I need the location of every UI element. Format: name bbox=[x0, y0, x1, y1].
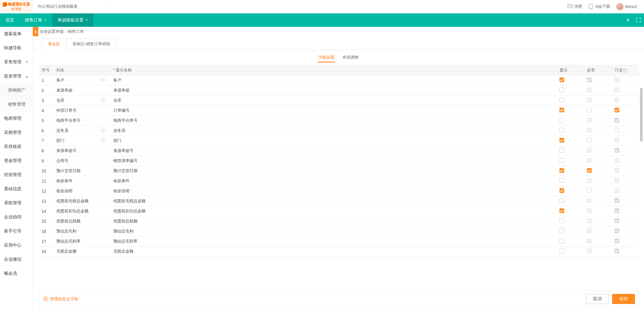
top-actions: 消息 App下载 demo2 bbox=[568, 3, 644, 10]
show-checkbox[interactable] bbox=[559, 128, 564, 133]
close-icon[interactable]: × bbox=[86, 18, 88, 22]
tab-strip: 首页销售订单×单据模板设置× ✕ bbox=[0, 13, 644, 27]
save-button[interactable]: 保存 bbox=[612, 294, 635, 304]
sidebar-item-4[interactable]: 营销推广 bbox=[0, 83, 33, 97]
tab-1[interactable]: 销售订单× bbox=[19, 13, 52, 27]
fullscreen-button[interactable] bbox=[633, 13, 644, 27]
show-checkbox[interactable] bbox=[559, 228, 564, 233]
show-checkbox[interactable] bbox=[559, 108, 564, 112]
cell-display[interactable]: 订单编号 bbox=[111, 106, 557, 116]
sidebar: 搜索菜单快捷导航零售管理▼批发管理▲营销推广销售管理电商管理采购管理库存核算资金… bbox=[0, 27, 33, 310]
cell-display[interactable]: 优惠前总税额 bbox=[111, 216, 557, 226]
section-tab-0[interactable]: 表头区 bbox=[42, 38, 66, 50]
cell-readonly bbox=[612, 126, 639, 136]
show-checkbox[interactable] bbox=[559, 148, 564, 153]
show-checkbox[interactable] bbox=[559, 198, 564, 203]
add-icon[interactable]: + bbox=[101, 138, 105, 143]
account-selector[interactable]: 办公用品行业模拟账套 ﹀ bbox=[33, 4, 118, 9]
cell-display[interactable]: 销货清单编号 bbox=[111, 156, 557, 166]
sidebar-item-13[interactable]: 企业协同 bbox=[0, 210, 33, 224]
sidebar-item-label: 资金管理 bbox=[4, 158, 21, 164]
sidebar-item-11[interactable]: 基础信息 bbox=[0, 182, 33, 196]
sidebar-item-label: 应用中心 bbox=[4, 242, 21, 248]
cell-display[interactable]: 优惠前折扣总金额 bbox=[111, 206, 557, 216]
cell-display[interactable]: 部门 bbox=[111, 136, 557, 146]
cell-display[interactable]: 仓库 bbox=[111, 96, 557, 106]
show-checkbox[interactable] bbox=[559, 178, 564, 183]
sidebar-item-2[interactable]: 零售管理▼ bbox=[0, 55, 33, 69]
vertical-scrollbar[interactable] bbox=[640, 88, 643, 286]
cell-name: 外部订单号 bbox=[54, 106, 111, 116]
show-checkbox[interactable] bbox=[559, 188, 564, 193]
readonly-checkbox[interactable] bbox=[614, 128, 619, 133]
sidebar-item-12[interactable]: 系统管理 bbox=[0, 196, 33, 210]
show-checkbox[interactable] bbox=[559, 239, 564, 243]
cell-display[interactable]: 无税总金额 bbox=[111, 247, 557, 257]
show-checkbox[interactable] bbox=[559, 88, 564, 92]
readonly-checkbox bbox=[614, 239, 619, 243]
show-checkbox[interactable] bbox=[559, 168, 564, 173]
cell-display[interactable]: 优惠前无税总金额 bbox=[111, 196, 557, 206]
show-checkbox[interactable] bbox=[559, 98, 564, 102]
show-checkbox[interactable] bbox=[559, 218, 564, 223]
cell-display[interactable]: 业务员 bbox=[111, 126, 557, 136]
sub-tab-0[interactable]: 字段设置 bbox=[318, 53, 335, 62]
sidebar-item-17[interactable]: 畅会员 bbox=[0, 266, 33, 280]
cell-name: 客户+ bbox=[54, 75, 111, 86]
messages-button[interactable]: 消息 bbox=[568, 4, 582, 9]
cell-show bbox=[557, 86, 584, 96]
user-menu[interactable]: demo2 bbox=[616, 3, 637, 10]
scrollbar-thumb[interactable] bbox=[640, 88, 643, 142]
show-checkbox[interactable] bbox=[559, 118, 564, 122]
show-checkbox[interactable] bbox=[559, 78, 564, 82]
collapse-handle[interactable]: ❯ bbox=[33, 27, 38, 36]
sidebar-item-8[interactable]: 库存核算 bbox=[0, 140, 33, 154]
cell-show bbox=[557, 186, 584, 196]
show-checkbox[interactable] bbox=[559, 208, 564, 213]
show-checkbox[interactable] bbox=[559, 249, 564, 253]
close-icon[interactable]: × bbox=[44, 18, 47, 22]
readonly-checkbox[interactable] bbox=[614, 108, 619, 112]
tab-close-all-button[interactable]: ✕ bbox=[623, 13, 633, 27]
required-checkbox[interactable] bbox=[587, 188, 592, 193]
cell-display[interactable]: 客户 bbox=[111, 75, 557, 86]
sidebar-item-7[interactable]: 采购管理 bbox=[0, 125, 33, 140]
cell-show bbox=[557, 116, 584, 126]
cell-display[interactable]: 电商平台单号 bbox=[111, 116, 557, 126]
cell-display[interactable]: 预计交货日期 bbox=[111, 166, 557, 176]
tab-0[interactable]: 首页 bbox=[0, 13, 19, 27]
cell-display[interactable]: 收款条件 bbox=[111, 176, 557, 186]
sidebar-item-14[interactable]: 新手引导 bbox=[0, 224, 33, 238]
sub-tab-1[interactable]: 布局调整 bbox=[342, 53, 359, 62]
sidebar-item-3[interactable]: 批发管理▲ bbox=[0, 69, 33, 83]
sidebar-item-15[interactable]: 应用中心 bbox=[0, 238, 33, 252]
cell-display[interactable]: 预估总毛利率 bbox=[111, 237, 557, 247]
required-checkbox bbox=[587, 228, 592, 233]
sidebar-item-9[interactable]: 资金管理 bbox=[0, 154, 33, 168]
cancel-button[interactable]: 取消 bbox=[586, 294, 609, 304]
cell-display[interactable]: 来源单据号 bbox=[111, 146, 557, 156]
required-checkbox[interactable] bbox=[587, 138, 592, 143]
show-checkbox[interactable] bbox=[559, 158, 564, 163]
manage-custom-fields-link[interactable]: ✲ 管理自定义字段 bbox=[43, 296, 78, 302]
sidebar-item-1[interactable]: 快捷导航 bbox=[0, 41, 33, 55]
sidebar-item-16[interactable]: 企业微信 bbox=[0, 252, 33, 266]
sidebar-item-5[interactable]: 销售管理 bbox=[0, 97, 33, 111]
cell-display[interactable]: 预估总毛利 bbox=[111, 226, 557, 237]
help-icon[interactable]: ? bbox=[623, 68, 627, 72]
sidebar-item-0[interactable]: 搜索菜单 bbox=[0, 27, 33, 41]
app-download-button[interactable]: App下载 bbox=[588, 4, 610, 9]
sidebar-item-10[interactable]: 经营管理 bbox=[0, 168, 33, 182]
section-tab-1[interactable]: 表体区-销售订单明细 bbox=[66, 38, 116, 50]
add-icon[interactable]: + bbox=[101, 98, 105, 102]
show-checkbox[interactable] bbox=[559, 138, 564, 143]
add-icon[interactable]: + bbox=[101, 78, 105, 82]
required-checkbox[interactable] bbox=[587, 108, 592, 112]
sidebar-item-6[interactable]: 电商管理 bbox=[0, 111, 33, 125]
tab-2[interactable]: 单据模板设置× bbox=[52, 13, 93, 27]
add-icon[interactable]: + bbox=[101, 128, 105, 133]
cell-display[interactable]: 收款说明 bbox=[111, 186, 557, 196]
cell-display[interactable]: 来源单据 bbox=[111, 86, 557, 96]
fields-table-wrap[interactable]: 序号 列名 *显示名称 显示 必录 只读? 1客户+客户2来源单据来源单据3仓库… bbox=[39, 65, 639, 291]
required-checkbox[interactable] bbox=[587, 168, 592, 173]
